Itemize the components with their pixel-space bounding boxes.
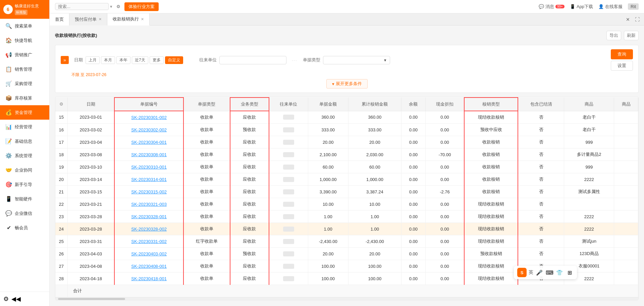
cell-seq: 23 bbox=[55, 210, 67, 223]
voucher-link[interactable]: SK-20230403-002 bbox=[131, 251, 167, 256]
date-label: 日期 bbox=[74, 57, 83, 63]
grid-icon[interactable]: ⊞ bbox=[566, 268, 574, 277]
date-btn-more[interactable]: 更多 bbox=[150, 56, 164, 64]
cell-writeoff-type: 预收中应收 bbox=[464, 124, 518, 136]
cell-voucher-type: 收款单 bbox=[183, 210, 230, 223]
cell-include-settled: 否 bbox=[518, 124, 564, 136]
voucher-link[interactable]: SK-20230321-003 bbox=[131, 202, 167, 207]
refresh-button[interactable]: 刷新 bbox=[624, 31, 639, 40]
partner-value bbox=[283, 202, 294, 207]
partner-value bbox=[283, 152, 294, 157]
cell-goods1: 2222 bbox=[564, 210, 614, 223]
tab-prepay-list[interactable]: 预付应付单 ✕ bbox=[69, 13, 107, 25]
sidebar-item-inventory[interactable]: 📦 库存核算 bbox=[0, 91, 49, 105]
column-settings-icon[interactable]: ⚙ bbox=[59, 102, 63, 107]
topbar-search-input[interactable] bbox=[55, 3, 109, 10]
cell-cash-discount: 0.00 bbox=[425, 272, 464, 285]
collapse-icon[interactable]: ◀◀ bbox=[11, 295, 21, 303]
settings-icon[interactable]: ⚙ bbox=[3, 295, 9, 303]
vip-icon: ✔ bbox=[5, 225, 12, 231]
settings-button[interactable]: 设置 bbox=[611, 61, 633, 71]
voucher-link[interactable]: SK-20230302-002 bbox=[131, 127, 167, 132]
sidebar-item-marketing[interactable]: 📢 营销推广 bbox=[0, 48, 49, 62]
partner-value bbox=[283, 115, 294, 120]
date-btn-last-month[interactable]: 上月 bbox=[86, 56, 100, 64]
voucher-link[interactable]: SK-20230304-001 bbox=[131, 140, 167, 145]
voucher-link[interactable]: SK-20230331-002 bbox=[131, 239, 167, 244]
sidebar-item-wechat[interactable]: 💬 企业微信 bbox=[0, 206, 49, 221]
mobile-icon: 📱 bbox=[570, 4, 575, 9]
user-avatar[interactable]: Rit bbox=[628, 3, 639, 10]
cell-goods2 bbox=[614, 223, 638, 235]
voucher-link[interactable]: SK-20230301-002 bbox=[131, 115, 167, 120]
sidebar-item-label: 经营管理 bbox=[15, 124, 32, 130]
sidebar-item-hardware[interactable]: 📱 智能硬件 bbox=[0, 192, 49, 206]
date-btn-last-7-days[interactable]: 近7天 bbox=[132, 56, 148, 64]
cell-seq: 26 bbox=[55, 248, 67, 260]
scroll-thumb[interactable] bbox=[58, 298, 125, 300]
table-total-row: 合计 bbox=[55, 285, 638, 297]
voucher-link[interactable]: SK-20230315-002 bbox=[131, 189, 167, 194]
voucher-link[interactable]: SK-20230314-001 bbox=[131, 177, 167, 182]
tab-home[interactable]: 首页 bbox=[50, 13, 69, 25]
topbar-dropdown-icon[interactable]: ▾ bbox=[110, 4, 112, 9]
voucher-link[interactable]: SK-20230328-002 bbox=[131, 227, 167, 232]
date-btn-this-month[interactable]: 本月 bbox=[101, 56, 115, 64]
export-button[interactable]: 导出 bbox=[606, 31, 621, 40]
date-btn-custom[interactable]: 自定义 bbox=[165, 56, 183, 64]
sidebar-item-corp[interactable]: 🤝 企业协同 bbox=[0, 163, 49, 177]
sidebar-item-quick-nav[interactable]: 🏠 快捷导航 bbox=[0, 33, 49, 48]
voucher-link[interactable]: SK-20230328-001 bbox=[131, 214, 167, 219]
shirt-icon[interactable]: 👕 bbox=[555, 268, 564, 277]
topbar: ▾ ⚙ 体验行业方案 💬 消息 99+ 📱 App下载 👤 在线客服 Rit bbox=[50, 0, 644, 13]
cell-voucher-no: SK-20230301-002 bbox=[114, 111, 183, 124]
tab-prepay-close[interactable]: ✕ bbox=[99, 17, 102, 21]
logo-icon: 6 bbox=[3, 5, 13, 14]
sidebar-item-basics[interactable]: 📝 基础信息 bbox=[0, 134, 49, 148]
cell-amount: 100.00 bbox=[308, 272, 348, 285]
tab-collection-close[interactable]: ✕ bbox=[141, 17, 144, 21]
partner-input[interactable] bbox=[219, 56, 286, 64]
query-button[interactable]: 查询 bbox=[611, 49, 633, 59]
table-scrollbar[interactable] bbox=[55, 297, 638, 300]
voucher-link[interactable]: SK-20230308-001 bbox=[131, 152, 167, 157]
cell-include-settled: 否 bbox=[518, 210, 564, 223]
voucher-link[interactable]: SK-20230408-001 bbox=[131, 264, 167, 269]
cell-include-settled: 否 bbox=[518, 173, 564, 186]
messages-btn[interactable]: 💬 消息 99+ bbox=[539, 4, 565, 10]
app-download-btn[interactable]: 📱 App下载 bbox=[570, 4, 593, 10]
cell-partner bbox=[269, 124, 308, 136]
cell-goods2 bbox=[614, 272, 638, 285]
sidebar-item-search[interactable]: 🔍 搜索菜单 bbox=[0, 19, 49, 33]
table-row: 18 2023-03-08 SK-20230308-001 收款单 应收款 2,… bbox=[55, 148, 638, 161]
sidebar-item-system[interactable]: ⚙️ 系统管理 bbox=[0, 148, 49, 163]
sidebar-item-finance[interactable]: 💰 资金管理 bbox=[0, 105, 49, 120]
table-row: 25 2023-03-31 SK-20230331-002 红字收款单 应收款 … bbox=[55, 235, 638, 248]
sidebar-item-purchase[interactable]: 🛒 采购管理 bbox=[0, 76, 49, 91]
voucher-link[interactable]: SK-20230310-001 bbox=[131, 165, 167, 170]
sidebar-item-label: 采购管理 bbox=[15, 81, 32, 87]
cell-cumulative: 2,030.00 bbox=[348, 148, 401, 161]
date-btn-this-year[interactable]: 本年 bbox=[116, 56, 130, 64]
sidebar: 6 畅康道好生意 标推版 🔍 搜索菜单 🏠 快捷导航 📢 营销推广 📋 销售管理… bbox=[0, 0, 50, 306]
tab-fullscreen-btn[interactable]: ⛶ bbox=[633, 15, 641, 23]
mic-icon[interactable]: 🎤 bbox=[535, 268, 543, 277]
tab-close-btn[interactable]: ✕ bbox=[624, 15, 632, 23]
sidebar-item-sales[interactable]: 📋 销售管理 bbox=[0, 62, 49, 76]
voucher-type-select[interactable]: ▾ bbox=[323, 56, 390, 64]
filter-expand-icon[interactable]: » bbox=[61, 56, 69, 64]
voucher-link[interactable]: SK-20230418-001 bbox=[131, 276, 167, 281]
keyboard-icon[interactable]: ⌨ bbox=[545, 268, 553, 277]
sidebar-item-operations[interactable]: 📊 经营管理 bbox=[0, 120, 49, 134]
expand-conditions-btn[interactable]: ▾ 展开更多条件 bbox=[326, 79, 368, 88]
sidebar-item-guide[interactable]: 🎯 新手引导 bbox=[0, 177, 49, 192]
hardware-icon: 📱 bbox=[5, 196, 12, 202]
cell-voucher-type: 收款单 bbox=[183, 148, 230, 161]
solution-button[interactable]: 体验行业方案 bbox=[124, 2, 159, 11]
cell-cumulative: 1,000.00 bbox=[348, 173, 401, 186]
sidebar-item-vip[interactable]: ✔ 畅会员 bbox=[0, 221, 49, 235]
online-service-btn[interactable]: 👤 在线客服 bbox=[598, 4, 623, 10]
tab-collection-writeoff[interactable]: 收款核销执行 ✕ bbox=[107, 13, 150, 25]
topbar-gear-btn[interactable]: ⚙ bbox=[114, 2, 123, 11]
cell-biz-type: 应收款 bbox=[230, 198, 269, 210]
